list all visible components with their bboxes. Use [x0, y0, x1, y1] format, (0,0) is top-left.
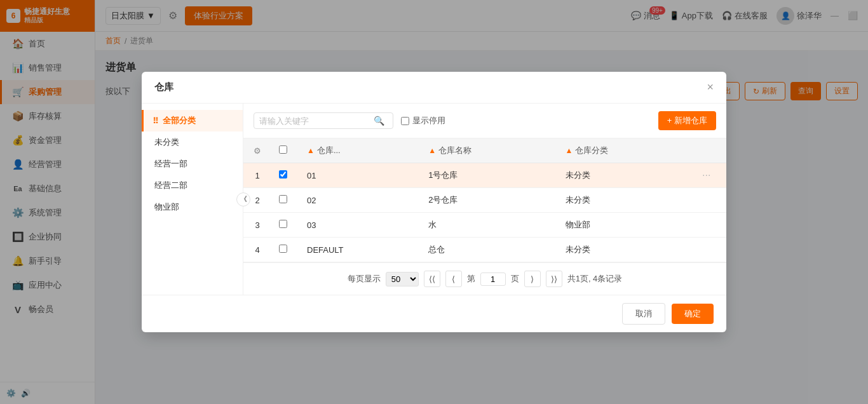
sort-icon-name: ▲: [428, 146, 436, 155]
row-code: DEFAULT: [299, 238, 421, 262]
row-category: 未分类: [558, 238, 695, 262]
table-header-row: ⚙ ▲ 仓库...: [243, 138, 726, 163]
modal-sidebar-all-label: 全部分类: [163, 115, 196, 126]
row-name: 2号仓库: [421, 188, 557, 213]
row-more[interactable]: [695, 238, 726, 262]
th-category: ▲ 仓库分类: [558, 138, 695, 163]
row-checkbox-cell: [271, 213, 299, 238]
warehouse-modal: 仓库 × ⠿ 全部分类 未分类 经营一部: [142, 72, 726, 332]
next-page-button[interactable]: ⟩: [524, 271, 541, 287]
row-checkbox-cell: [271, 238, 299, 262]
row-code: 01: [299, 163, 421, 188]
modal-sidebar-item-property[interactable]: 物业部: [142, 196, 243, 218]
row-checkbox[interactable]: [279, 170, 287, 178]
modal-sidebar-item-unclassified[interactable]: 未分类: [142, 131, 243, 153]
table-row[interactable]: 3 03 水 物业部: [243, 213, 726, 238]
th-code: ▲ 仓库...: [299, 138, 421, 163]
modal-sidebar: ⠿ 全部分类 未分类 经营一部 经营二部 物业部: [142, 104, 243, 295]
main-area: 日太阳膜 ▼ ⚙ 体验行业方案 💬 消息 99+ 📱 App下载 🎧 在线客服 …: [95, 0, 868, 404]
th-name: ▲ 仓库名称: [421, 138, 557, 163]
sort-icon-code: ▲: [307, 146, 315, 155]
pagination: 每页显示 50 20 100 ⟨⟨ ⟨ 第 页 ⟩ ⟩⟩ 共1页, 4: [243, 262, 726, 295]
search-icon: 🔍: [374, 116, 384, 126]
modal-title: 仓库: [154, 81, 173, 93]
modal-overlay: 仓库 × ⠿ 全部分类 未分类 经营一部: [95, 0, 868, 404]
modal-header: 仓库 ×: [142, 72, 726, 104]
row-checkbox[interactable]: [279, 245, 287, 253]
per-page-select[interactable]: 50 20 100: [386, 272, 419, 286]
add-warehouse-button[interactable]: + 新增仓库: [658, 111, 716, 130]
chevron-left-icon: 《: [240, 194, 247, 204]
table-gear-icon[interactable]: ⚙: [254, 146, 261, 156]
page-unit: 页: [511, 273, 519, 285]
warehouse-table-wrap: ⚙ ▲ 仓库...: [243, 138, 726, 262]
row-category: 未分类: [558, 163, 695, 188]
row-name: 1号仓库: [421, 163, 557, 188]
first-page-button[interactable]: ⟨⟨: [424, 271, 440, 287]
table-row[interactable]: 1 01 1号仓库 未分类 ···: [243, 163, 726, 188]
modal-footer: 取消 确定: [142, 295, 726, 332]
modal-close-button[interactable]: ×: [707, 81, 714, 94]
row-more[interactable]: ···: [695, 163, 726, 188]
row-checkbox-cell: [271, 163, 299, 188]
row-code: 02: [299, 188, 421, 213]
row-checkbox[interactable]: [279, 195, 287, 203]
row-index: 3: [243, 213, 271, 238]
row-more[interactable]: [695, 213, 726, 238]
row-name: 总仓: [421, 238, 557, 262]
row-checkbox-cell: [271, 188, 299, 213]
row-index: 1: [243, 163, 271, 188]
row-checkbox[interactable]: [279, 220, 287, 228]
total-label: 共1页, 4条记录: [567, 273, 623, 285]
show-disabled-checkbox[interactable]: [401, 117, 409, 125]
row-more[interactable]: [695, 188, 726, 213]
th-gear: ⚙: [243, 138, 271, 163]
confirm-button[interactable]: 确定: [672, 304, 714, 324]
last-page-button[interactable]: ⟩⟩: [546, 271, 562, 287]
select-all-checkbox[interactable]: [279, 145, 287, 154]
row-more-icon[interactable]: ···: [702, 170, 710, 180]
modal-content-area: 🔍 显示停用 + 新增仓库: [243, 104, 726, 295]
row-index: 4: [243, 238, 271, 262]
cancel-button[interactable]: 取消: [622, 303, 665, 325]
per-page-label: 每页显示: [348, 273, 381, 285]
search-input-wrap: 🔍: [254, 112, 393, 129]
th-checkbox: [271, 138, 299, 163]
page-label: 第: [467, 273, 475, 285]
grid-icon: ⠿: [153, 116, 159, 126]
modal-sidebar-item-dept2[interactable]: 经营二部: [142, 175, 243, 196]
row-category: 物业部: [558, 213, 695, 238]
modal-sidebar-all[interactable]: ⠿ 全部分类: [142, 110, 243, 131]
sidebar-collapse-button[interactable]: 《: [236, 192, 250, 206]
show-disabled-label[interactable]: 显示停用: [401, 115, 445, 126]
warehouse-table: ⚙ ▲ 仓库...: [243, 138, 726, 262]
modal-body: ⠿ 全部分类 未分类 经营一部 经营二部 物业部: [142, 104, 726, 295]
modal-toolbar: 🔍 显示停用 + 新增仓库: [243, 104, 726, 138]
row-name: 水: [421, 213, 557, 238]
row-category: 未分类: [558, 188, 695, 213]
modal-sidebar-item-dept1[interactable]: 经营一部: [142, 153, 243, 175]
search-input[interactable]: [259, 116, 374, 126]
table-row[interactable]: 4 DEFAULT 总仓 未分类: [243, 238, 726, 262]
sort-icon-category: ▲: [566, 146, 573, 155]
table-row[interactable]: 2 02 2号仓库 未分类: [243, 188, 726, 213]
row-code: 03: [299, 213, 421, 238]
warehouse-table-body: 1 01 1号仓库 未分类 ··· 2 02 2号仓库 未分类 3 03 水 物…: [243, 163, 726, 262]
prev-page-button[interactable]: ⟨: [445, 271, 462, 287]
th-actions: [695, 138, 726, 163]
page-input[interactable]: [480, 273, 506, 286]
